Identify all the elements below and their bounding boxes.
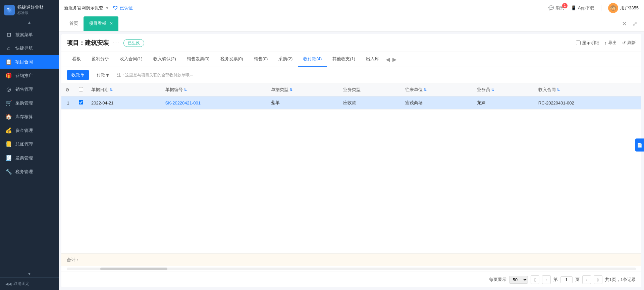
page-prev-btn[interactable]: ‹ xyxy=(542,275,551,284)
row-salesman: 龙妹 xyxy=(473,96,534,110)
tab-home[interactable]: 首页 xyxy=(64,16,84,31)
sort-partner-icon[interactable]: ⇅ xyxy=(424,88,427,92)
sub-tab-income-confirm[interactable]: 收入确认(2) xyxy=(148,52,181,67)
th-settings[interactable]: ⚙ xyxy=(61,83,75,96)
user-avatar: 🐵 xyxy=(608,3,618,13)
th-date: 单据日期⇅ xyxy=(87,83,161,96)
sales-icon: ◎ xyxy=(5,86,12,92)
select-all-checkbox[interactable] xyxy=(79,87,83,91)
sidebar-item-quicknav[interactable]: ⌂ 快捷导航 xyxy=(0,42,59,55)
sub-tab-board[interactable]: 看板 xyxy=(67,52,86,67)
th-salesman-label: 业务员 xyxy=(477,87,490,92)
horizontal-scrollbar-track[interactable] xyxy=(67,268,636,270)
sidebar-item-marketing[interactable]: 🎁 营销推广 xyxy=(0,69,59,82)
scroll-up-indicator[interactable]: ▲ xyxy=(0,19,59,26)
refresh-label: 刷新 xyxy=(627,40,636,46)
app-edition: 标准版 xyxy=(17,10,44,15)
sub-tab-payment[interactable]: 收付款(4) xyxy=(298,52,327,67)
per-page-select[interactable]: 50 20 100 xyxy=(509,276,528,284)
tabbar-actions: ✕ ⤢ xyxy=(621,19,639,28)
app-logo-icon xyxy=(4,5,15,15)
sidebar-logo: 畅捷通好业财 标准版 xyxy=(0,0,59,19)
sub-tabs: 看板 盈利分析 收入合同(1) 收入确认(2) 销售发票(0) 税务发票(0) … xyxy=(61,52,641,67)
verified-badge: 🛡 已认证 xyxy=(113,5,133,11)
project-header: 项目：建筑安装 ··· 已生效 显示明细 ↑ 导出 ↺ 刷新 xyxy=(61,34,641,52)
main-area: 新服务官网演示账套 ▼ 🛡 已认证 💬 消息 1 📱 App下载 🐵 用户335… xyxy=(59,0,644,290)
phone-icon: 📱 xyxy=(571,5,576,10)
row-number[interactable]: SK-20220421-001 xyxy=(161,96,267,110)
sub-tab-inout[interactable]: 出入库 xyxy=(361,52,384,67)
sort-number-icon[interactable]: ⇅ xyxy=(184,88,187,92)
horizontal-scrollbar-thumb[interactable] xyxy=(100,268,167,270)
sub-tab-profit[interactable]: 盈利分析 xyxy=(86,52,114,67)
th-checkbox[interactable] xyxy=(75,83,87,96)
per-page-label: 每页显示 xyxy=(489,277,506,283)
tab-close-window-btn[interactable]: ✕ xyxy=(621,19,628,28)
sidebar-item-inventory[interactable]: 🏠 库存核算 xyxy=(0,110,59,124)
sidebar-item-contract[interactable]: 📋 项目合同 xyxy=(0,55,59,69)
sub-tab-other[interactable]: 其他收支(1) xyxy=(327,52,361,67)
sidebar-item-search[interactable]: ⊡ 搜索菜单 xyxy=(0,28,59,42)
sidebar-unpin-btn[interactable]: ◀◀ 取消固定 xyxy=(0,277,59,290)
purchase-icon: 🛒 xyxy=(5,100,12,106)
sub-tab-prev-arrow[interactable]: ◀ xyxy=(384,54,391,65)
th-contract: 收入合同⇅ xyxy=(534,83,641,96)
sidebar-item-label: 搜索菜单 xyxy=(15,32,33,38)
show-detail-btn[interactable]: 显示明细 xyxy=(576,40,599,46)
row-number-link[interactable]: SK-20220421-001 xyxy=(165,100,201,105)
table-row[interactable]: 1 2022-04-21 SK-20220421-001 蓝单 应收款 宏茂商场… xyxy=(61,96,641,110)
sidebar-item-funds[interactable]: 💰 资金管理 xyxy=(0,124,59,137)
sub-tab-purchase[interactable]: 采购(2) xyxy=(273,52,298,67)
sidebar-item-label: 营销推广 xyxy=(15,73,33,79)
sidebar-item-label: 快捷导航 xyxy=(15,45,33,51)
topbar-divider xyxy=(601,5,601,11)
project-more-btn[interactable]: ··· xyxy=(113,40,119,46)
page-last-btn[interactable]: ⟫ xyxy=(594,275,602,284)
sub-tab-tax-invoice[interactable]: 税务发票(0) xyxy=(215,52,249,67)
svg-point-2 xyxy=(7,8,9,10)
refresh-btn[interactable]: ↺ 刷新 xyxy=(622,40,636,46)
row-date: 2022-04-21 xyxy=(87,96,161,110)
tab-close-icon[interactable]: ✕ xyxy=(110,21,113,26)
sub-tab-sales-invoice[interactable]: 销售发票(0) xyxy=(181,52,215,67)
th-number-label: 单据编号 xyxy=(165,87,183,92)
show-detail-checkbox[interactable] xyxy=(576,41,581,45)
topbar: 新服务官网演示账套 ▼ 🛡 已认证 💬 消息 1 📱 App下载 🐵 用户335… xyxy=(59,0,644,16)
tab-expand-btn[interactable]: ⤢ xyxy=(631,19,639,28)
project-status-badge: 已生效 xyxy=(123,39,144,47)
user-menu-btn[interactable]: 🐵 用户3355 xyxy=(608,3,639,13)
sort-salesman-icon[interactable]: ⇅ xyxy=(491,88,494,92)
sidebar-item-tax[interactable]: 🔧 税务管理 xyxy=(0,165,59,178)
sort-contract-icon[interactable]: ⇅ xyxy=(557,88,560,92)
sidebar-item-purchase[interactable]: 🛒 采购管理 xyxy=(0,96,59,110)
sort-date-icon[interactable]: ⇅ xyxy=(110,88,113,92)
sub-tab-sales[interactable]: 销售(0) xyxy=(249,52,273,67)
inner-tabs: 收款单 付款单 注：这里是与项目关联的全部收付款单哦～ xyxy=(61,67,641,83)
sort-type-icon[interactable]: ⇅ xyxy=(289,88,292,92)
inner-tab-receipt[interactable]: 收款单 xyxy=(67,70,89,80)
page-next-btn[interactable]: › xyxy=(582,275,591,284)
inner-tab-payment[interactable]: 付款单 xyxy=(92,70,114,80)
sidebar-item-sales[interactable]: ◎ 销售管理 xyxy=(0,82,59,96)
th-contract-label: 收入合同 xyxy=(538,87,556,92)
export-btn[interactable]: ↑ 导出 xyxy=(605,40,617,46)
settings-icon[interactable]: ⚙ xyxy=(65,87,69,92)
page-input[interactable] xyxy=(560,276,573,283)
app-download-btn[interactable]: 📱 App下载 xyxy=(571,5,594,11)
tab-project-board[interactable]: 项目看板 ✕ xyxy=(84,16,118,31)
page-first-btn[interactable]: ⟪ xyxy=(531,275,539,284)
tax-icon: 🔧 xyxy=(5,168,12,175)
float-action-btn[interactable]: 📄 xyxy=(635,139,644,152)
search-icon: ⊡ xyxy=(5,31,12,38)
demo-account-selector[interactable]: 新服务官网演示账套 ▼ xyxy=(64,5,109,11)
th-biz-type: 业务类型 xyxy=(339,83,401,96)
row-checkbox[interactable] xyxy=(79,100,83,104)
sub-tab-income-contract[interactable]: 收入合同(1) xyxy=(114,52,148,67)
sub-tab-next-arrow[interactable]: ▶ xyxy=(391,54,398,65)
sidebar-item-ledger[interactable]: 📒 总账管理 xyxy=(0,137,59,151)
sidebar-item-invoice[interactable]: 🧾 发票管理 xyxy=(0,151,59,165)
message-btn[interactable]: 💬 消息 1 xyxy=(548,5,564,11)
scroll-down-indicator[interactable]: ▼ xyxy=(0,271,59,277)
sidebar-item-label: 发票管理 xyxy=(15,155,33,161)
inner-tabs-note: 注：这里是与项目关联的全部收付款单哦～ xyxy=(117,72,194,78)
